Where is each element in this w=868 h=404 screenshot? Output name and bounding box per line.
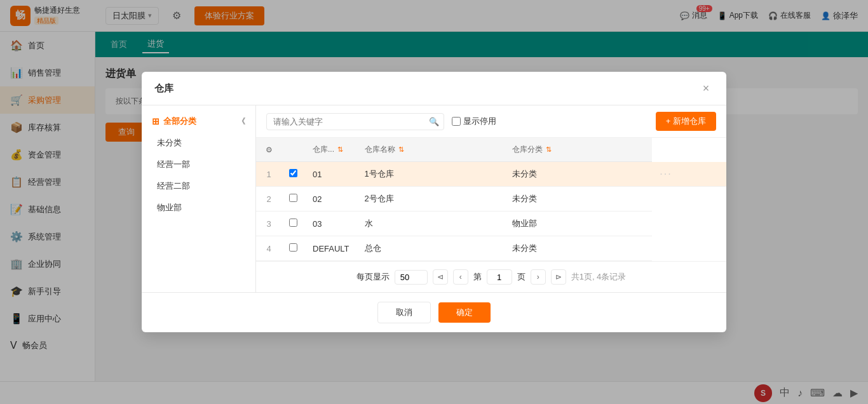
col-checkbox [281, 138, 305, 162]
row-name: 2号仓库 [357, 187, 505, 212]
pagination: 每页显示 50 20 100 ⊲ ‹ 第 页 › ⊳ 共1页, 4条记录 [256, 261, 726, 292]
table-row[interactable]: 2 02 2号仓库 未分类 [256, 187, 726, 212]
row-checkbox[interactable] [281, 162, 305, 187]
modal-footer: 取消 确定 [142, 292, 726, 332]
search-icon[interactable]: 🔍 [429, 117, 439, 126]
prev-page-button[interactable]: ‹ [453, 269, 468, 285]
col-code[interactable]: 仓库... ⇅ [305, 138, 357, 162]
row-checkbox[interactable] [281, 212, 305, 236]
search-bar: 🔍 显示停用 + 新增仓库 [256, 105, 726, 138]
row-code: DEFAULT [305, 236, 357, 261]
row-name: 总仓 [357, 236, 505, 261]
sort-icon: ⇅ [546, 145, 552, 153]
row-settings[interactable]: 3 [256, 212, 281, 236]
page-unit: 页 [517, 271, 526, 283]
total-info: 共1页, 4条记录 [571, 271, 627, 283]
row-code: 01 [305, 162, 357, 187]
row-code: 02 [305, 187, 357, 212]
category-panel: ⊞ 全部分类 《 未分类 经营一部 经营二部 物业部 [142, 105, 256, 292]
row-code: 03 [305, 212, 357, 236]
show-disabled-checkbox[interactable] [452, 117, 461, 126]
modal-title: 仓库 [154, 83, 173, 95]
col-category[interactable]: 仓库分类 ⇅ [505, 138, 652, 162]
row-checkbox[interactable] [281, 187, 305, 212]
col-settings: ⚙ [256, 138, 281, 162]
search-input[interactable] [266, 113, 444, 130]
all-category-label: 全部分类 [163, 116, 196, 127]
cancel-button[interactable]: 取消 [377, 302, 431, 323]
row-actions[interactable]: ··· [652, 162, 726, 187]
warehouse-table-wrap: ⚙ 仓库... ⇅ 仓库名称 ⇅ [256, 138, 726, 261]
modal-overlay[interactable]: 仓库 × ⊞ 全部分类 《 未分类 经营一部 经营二部 物业部 [0, 0, 868, 404]
col-name[interactable]: 仓库名称 ⇅ [357, 138, 505, 162]
first-page-button[interactable]: ⊲ [433, 269, 448, 285]
sort-icon: ⇅ [337, 145, 343, 153]
row-name: 水 [357, 212, 505, 236]
warehouse-modal: 仓库 × ⊞ 全部分类 《 未分类 经营一部 经营二部 物业部 [142, 72, 726, 332]
page-label: 第 [473, 271, 482, 283]
row-category: 未分类 [505, 236, 652, 261]
grid-icon: ⊞ [152, 116, 159, 126]
table-header-row: ⚙ 仓库... ⇅ 仓库名称 ⇅ [256, 138, 726, 162]
category-unclassified[interactable]: 未分类 [142, 132, 255, 154]
confirm-button[interactable]: 确定 [438, 302, 491, 323]
last-page-button[interactable]: ⊳ [551, 269, 566, 285]
per-page-select[interactable]: 50 20 100 [395, 270, 428, 285]
category-dept2[interactable]: 经营二部 [142, 175, 255, 197]
row-name: 1号仓库 [357, 162, 505, 187]
row-settings[interactable]: 2 [256, 187, 281, 212]
row-settings[interactable]: 1 [256, 162, 281, 187]
add-warehouse-button[interactable]: + 新增仓库 [656, 112, 716, 131]
row-checkbox[interactable] [281, 236, 305, 261]
warehouse-table: ⚙ 仓库... ⇅ 仓库名称 ⇅ [256, 138, 726, 261]
show-disabled-label[interactable]: 显示停用 [452, 116, 496, 127]
modal-close-button[interactable]: × [698, 81, 714, 96]
per-page-label: 每页显示 [356, 271, 390, 283]
category-property[interactable]: 物业部 [142, 197, 255, 219]
table-row[interactable]: 4 DEFAULT 总仓 未分类 [256, 236, 726, 261]
next-page-button[interactable]: › [531, 269, 546, 285]
row-category: 未分类 [505, 162, 652, 187]
sort-icon: ⇅ [398, 145, 404, 153]
row-settings[interactable]: 4 [256, 236, 281, 261]
row-category: 物业部 [505, 212, 652, 236]
modal-header: 仓库 × [142, 72, 726, 105]
all-category-item[interactable]: ⊞ 全部分类 《 [142, 111, 255, 132]
page-number-input[interactable] [487, 269, 512, 285]
search-input-wrap: 🔍 [266, 113, 444, 130]
collapse-icon[interactable]: 《 [238, 116, 245, 127]
modal-body: ⊞ 全部分类 《 未分类 经营一部 经营二部 物业部 🔍 [142, 105, 726, 292]
right-panel: 🔍 显示停用 + 新增仓库 ⚙ [256, 105, 726, 292]
row-category: 未分类 [505, 187, 652, 212]
table-row[interactable]: 1 01 1号仓库 未分类 ··· [256, 162, 726, 187]
category-dept1[interactable]: 经营一部 [142, 154, 255, 175]
table-row[interactable]: 3 03 水 物业部 [256, 212, 726, 236]
